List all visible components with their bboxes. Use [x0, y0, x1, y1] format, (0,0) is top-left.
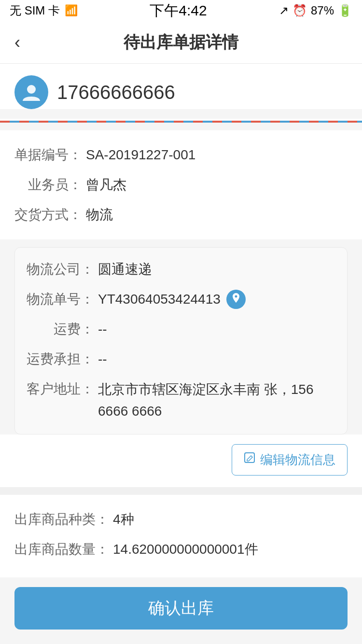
goods-types-value: 4种 — [113, 509, 134, 530]
logistics-company-label: 物流公司： — [27, 259, 94, 280]
salesman-row: 业务员： 曾凡杰 — [14, 175, 348, 195]
freight-value: -- — [98, 319, 335, 339]
delivery-row: 交货方式： 物流 — [14, 205, 348, 225]
status-bar-time: 下午4:42 — [150, 1, 207, 21]
dashed-divider — [0, 119, 362, 123]
order-no-row: 单据编号： SA-20191227-001 — [14, 145, 348, 165]
goods-quantity-row: 出库商品数量： 14.620000000000001件 — [14, 539, 348, 560]
freight-bear-row: 运费承担： -- — [27, 349, 335, 369]
edit-logistics-label: 编辑物流信息 — [260, 451, 335, 468]
tracking-value: YT43064053424413 — [98, 289, 335, 309]
status-bar: 无 SIM 卡 📶 下午4:42 ↗ ⏰ 87% 🔋 — [0, 0, 362, 21]
logistics-company-value: 圆通速递 — [98, 259, 335, 280]
page-title: 待出库单据详情 — [124, 31, 238, 54]
freight-bear-value: -- — [98, 349, 335, 369]
delivery-value: 物流 — [86, 205, 348, 225]
goods-types-row: 出库商品种类： 4种 — [14, 509, 348, 530]
avatar — [14, 75, 48, 109]
confirm-btn-label: 确认出库 — [148, 597, 214, 619]
freight-row: 运费： -- — [27, 319, 335, 339]
carrier-label: 无 SIM 卡 — [10, 3, 60, 18]
tracking-label: 物流单号： — [27, 289, 94, 309]
user-phone: 17666666666 — [57, 82, 175, 103]
alarm-icon: ⏰ — [292, 4, 307, 17]
tracking-location-icon[interactable] — [226, 290, 246, 309]
goods-types-label: 出库商品种类： — [14, 509, 109, 530]
freight-bear-label: 运费承担： — [27, 349, 94, 369]
location-icon: ↗ — [279, 4, 289, 17]
svg-point-0 — [27, 85, 36, 94]
logistics-card: 物流公司： 圆通速递 物流单号： YT43064053424413 运费： --… — [14, 247, 348, 434]
back-button[interactable]: ‹ — [14, 32, 20, 53]
logistics-company-row: 物流公司： 圆通速递 — [27, 259, 335, 280]
delivery-label: 交货方式： — [14, 205, 82, 225]
address-value: 北京市市辖区海淀区永丰南 张，156 6666 6666 — [98, 379, 335, 422]
edit-icon — [244, 452, 256, 468]
goods-quantity-label: 出库商品数量： — [14, 539, 109, 560]
section-divider — [0, 487, 362, 495]
battery-icon: 🔋 — [338, 4, 352, 17]
goods-quantity-value: 14.620000000000001件 — [113, 539, 258, 560]
order-no-value: SA-20191227-001 — [86, 145, 348, 165]
status-bar-left: 无 SIM 卡 📶 — [10, 3, 78, 18]
salesman-value: 曾凡杰 — [86, 175, 348, 195]
confirm-outbound-button[interactable]: 确认出库 — [14, 587, 348, 630]
edit-logistics-button[interactable]: 编辑物流信息 — [232, 444, 348, 476]
battery-label: 87% — [311, 4, 334, 17]
tracking-row: 物流单号： YT43064053424413 — [27, 289, 335, 309]
order-no-label: 单据编号： — [14, 145, 82, 165]
goods-section: 出库商品种类： 4种 出库商品数量： 14.620000000000001件 — [0, 495, 362, 574]
wifi-icon: 📶 — [65, 4, 78, 17]
freight-label: 运费： — [27, 319, 94, 339]
address-label: 客户地址： — [27, 379, 94, 399]
user-header: 17666666666 — [0, 64, 362, 109]
edit-btn-container: 编辑物流信息 — [0, 434, 362, 487]
salesman-label: 业务员： — [14, 175, 82, 195]
confirm-btn-area: 确认出库 — [0, 577, 362, 644]
nav-bar: ‹ 待出库单据详情 — [0, 21, 362, 64]
basic-info-section: 单据编号： SA-20191227-001 业务员： 曾凡杰 交货方式： 物流 — [0, 130, 362, 239]
status-bar-right: ↗ ⏰ 87% 🔋 — [279, 4, 352, 17]
address-row: 客户地址： 北京市市辖区海淀区永丰南 张，156 6666 6666 — [27, 379, 335, 422]
